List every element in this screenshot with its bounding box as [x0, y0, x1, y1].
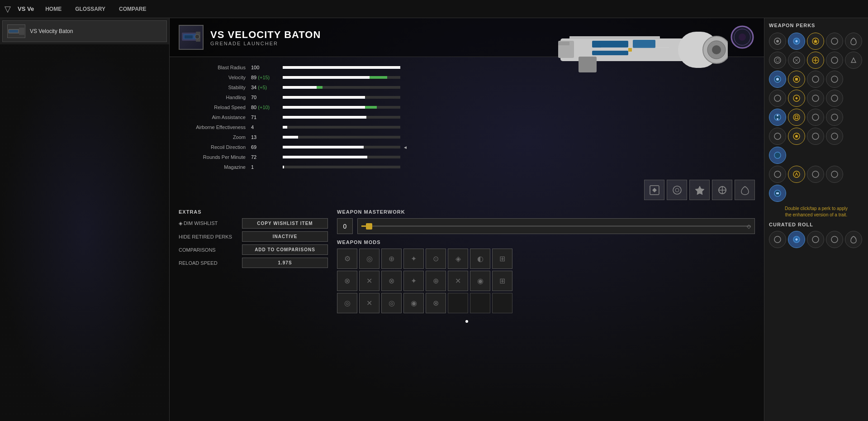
perk-8-1[interactable]: [769, 166, 786, 183]
perk-2-4[interactable]: [826, 52, 843, 69]
perk-6-3[interactable]: [807, 128, 824, 145]
search-label: VS Ve: [18, 5, 34, 12]
perk-3-1[interactable]: [769, 71, 786, 88]
perk-1-2[interactable]: [788, 33, 805, 50]
perk-1-1[interactable]: [769, 33, 786, 50]
mw-slider[interactable]: ◇: [357, 218, 755, 234]
perk-2-2[interactable]: [788, 52, 805, 69]
mod-cell[interactable]: ◉: [470, 271, 490, 291]
perk-row-5: [769, 109, 863, 126]
perk-5-3[interactable]: [807, 109, 824, 126]
perk-2-5[interactable]: [845, 52, 862, 69]
curated-2[interactable]: [788, 231, 805, 248]
mod-cell[interactable]: ⊕: [381, 249, 402, 269]
mw-thumb[interactable]: [366, 223, 372, 230]
perk-8-4[interactable]: [826, 166, 843, 183]
perk-6-1[interactable]: [769, 128, 786, 145]
mod-cell[interactable]: ✕: [448, 271, 468, 291]
curated-1[interactable]: [769, 231, 786, 248]
extras-btn-0[interactable]: COPY WISHLIST ITEM: [242, 218, 328, 229]
perk-2-3[interactable]: [807, 52, 824, 69]
perk-3-3[interactable]: [807, 71, 824, 88]
svg-point-57: [793, 114, 800, 120]
mod-cell[interactable]: ◈: [448, 249, 468, 269]
mod-cell[interactable]: ✕: [359, 271, 379, 291]
stat-value: 80 (+10): [251, 105, 283, 110]
mod-cell[interactable]: ⊗: [337, 271, 357, 291]
perk-7-1[interactable]: [769, 147, 786, 164]
perk-4-3[interactable]: [807, 90, 824, 107]
perk-8-2[interactable]: [788, 166, 805, 183]
svg-rect-19: [628, 48, 632, 52]
extras-btn-3[interactable]: 1.97s: [242, 258, 328, 268]
perk-row-4: [769, 90, 863, 107]
perk-8-3[interactable]: [807, 166, 824, 183]
mod-cell[interactable]: ✕: [359, 293, 379, 313]
stat-bar: [283, 116, 400, 119]
curated-3[interactable]: [807, 231, 824, 248]
mod-cell[interactable]: ⊞: [492, 271, 512, 291]
dot-1: [465, 320, 468, 323]
perk-1-4[interactable]: [826, 33, 843, 50]
curated-5[interactable]: [845, 231, 862, 248]
perk-6-4[interactable]: [826, 128, 843, 145]
mod-cell[interactable]: ◎: [381, 293, 402, 313]
perk-4-2[interactable]: [788, 90, 805, 107]
perk-4-4[interactable]: [826, 90, 843, 107]
mod-cell[interactable]: ◉: [403, 293, 424, 313]
perk-3-2[interactable]: [788, 71, 805, 88]
perk-row-7: [769, 147, 863, 164]
nav-home[interactable]: HOME: [43, 4, 64, 14]
mod-cell[interactable]: ◎: [337, 293, 357, 313]
mod-cell[interactable]: ⊞: [492, 249, 512, 269]
stat-arrow: ◄: [403, 145, 408, 150]
stat-value: 72: [251, 154, 283, 160]
mod-cell[interactable]: ✦: [403, 271, 424, 291]
svg-point-59: [831, 114, 838, 120]
perk-1-5[interactable]: [845, 33, 862, 50]
sidebar-weapon-item[interactable]: VS Velocity Baton: [2, 20, 167, 42]
perk-4-1[interactable]: [769, 90, 786, 107]
svg-point-26: [673, 186, 681, 194]
top-nav: ▽ VS Ve HOME GLOSSARY COMPARE: [0, 0, 868, 18]
extras-btn-1[interactable]: INACTIVE: [242, 231, 328, 242]
mod-cell[interactable]: [448, 293, 468, 313]
extras-row: HIDE RETIRED PERKSINACTIVE: [179, 231, 328, 242]
weapon-type: GRENADE LAUNCHER: [210, 41, 321, 46]
mod-cell[interactable]: [470, 293, 490, 313]
perk-9-1[interactable]: [769, 185, 786, 202]
right-content: WEAPON MASTERWORK 0 ◇: [337, 209, 755, 313]
stat-label: Blast Radius: [179, 65, 251, 70]
perk-row-3: [769, 71, 863, 88]
mod-cell[interactable]: ⚙: [337, 249, 357, 269]
perk-6-2[interactable]: [788, 128, 805, 145]
weapon-perk-icon-3[interactable]: [689, 180, 710, 200]
mod-cell[interactable]: ⊕: [426, 271, 446, 291]
perk-2-1[interactable]: [769, 52, 786, 69]
extras-label-0: ◈ DIM WISHLIST: [179, 220, 242, 226]
mod-cell[interactable]: ◐: [470, 249, 490, 269]
perk-1-3[interactable]: [807, 33, 824, 50]
mod-cell[interactable]: ⊗: [426, 293, 446, 313]
perk-5-2[interactable]: [788, 109, 805, 126]
stat-row: Rounds Per Minute72: [179, 153, 755, 161]
extras-btn-2[interactable]: ADD TO COMPARISONS: [242, 244, 328, 255]
curated-4[interactable]: [826, 231, 843, 248]
mod-cell[interactable]: [492, 293, 512, 313]
mod-cell[interactable]: ⊗: [381, 271, 402, 291]
perk-3-4[interactable]: [826, 71, 843, 88]
mod-cell[interactable]: ✦: [403, 249, 424, 269]
svg-point-69: [831, 171, 838, 177]
perk-5-4[interactable]: [826, 109, 843, 126]
nav-glossary[interactable]: GLOSSARY: [73, 4, 108, 14]
perk-5-1[interactable]: [769, 109, 786, 126]
weapon-perk-icon-2[interactable]: [667, 180, 687, 200]
weapon-perk-icon-4[interactable]: [712, 180, 732, 200]
weapon-perk-icon-1[interactable]: [644, 180, 664, 200]
mod-cell[interactable]: ◎: [359, 249, 379, 269]
extras-label-3: RELOAD SPEED: [179, 260, 242, 266]
weapon-perk-icon-5[interactable]: [735, 180, 755, 200]
weapon-circle-icon: [730, 25, 755, 51]
mod-cell[interactable]: ⊙: [426, 249, 446, 269]
nav-compare[interactable]: COMPARE: [117, 4, 148, 14]
